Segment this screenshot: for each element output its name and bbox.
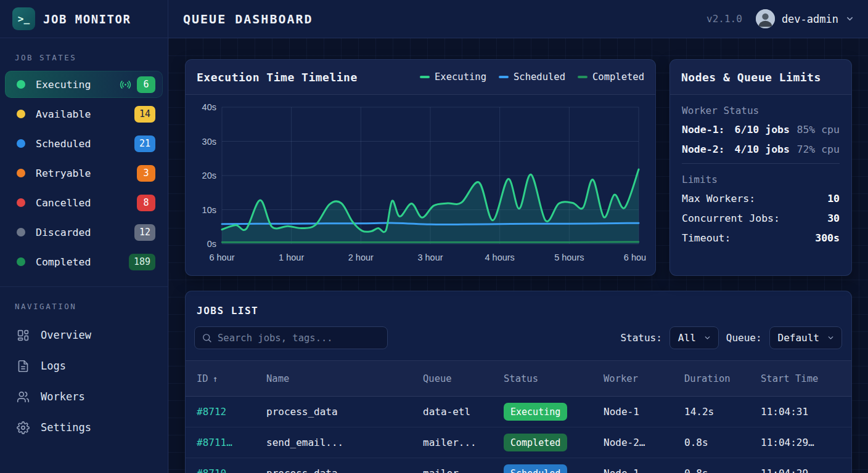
job-duration: 14.2s [684, 406, 761, 418]
nav-item-settings[interactable]: Settings [5, 412, 163, 443]
nodes-card-title: Nodes & Queue Limits [681, 71, 821, 84]
logs-icon [17, 360, 30, 373]
avatar [756, 9, 775, 28]
sidebar-state-discarded[interactable]: Discarded 12 [5, 219, 163, 246]
job-id-link[interactable]: #8712 [197, 406, 266, 418]
top-header: QUEUE DASHBOARD v2.1.0 dev-admin [168, 0, 868, 38]
state-count-badge: 8 [137, 195, 155, 211]
svg-text:6 hours: 6 hours [624, 253, 646, 262]
nav-item-overview[interactable]: Overview [5, 320, 163, 350]
jobs-table: ID ↑ Name Queue Status Worker Duration S… [186, 360, 851, 473]
job-queue: mailer [423, 467, 504, 473]
column-header-queue[interactable]: Queue [423, 373, 504, 384]
jobs-toolbar: Status: All Queue: Default [186, 326, 851, 349]
queue-filter-select[interactable]: Default [769, 326, 842, 349]
main-area: QUEUE DASHBOARD v2.1.0 dev-admin [168, 0, 868, 473]
svg-text:20s: 20s [202, 171, 216, 180]
search-input[interactable] [218, 333, 380, 344]
column-header-worker[interactable]: Worker [604, 373, 684, 384]
sidebar-state-retryable[interactable]: Retryable 3 [5, 160, 163, 187]
legend-dash [578, 76, 588, 78]
table-row[interactable]: #8710 process_data mailer Scheduled Node… [186, 458, 851, 473]
queue-filter-label: Queue: [726, 332, 762, 344]
job-start-time: 11:04:31 [761, 406, 851, 418]
page-title: QUEUE DASHBOARD [183, 12, 313, 26]
status-filter-select[interactable]: All [669, 326, 719, 349]
chevron-down-icon [845, 14, 854, 23]
status-badge: Scheduled [504, 464, 567, 473]
column-header-id[interactable]: ID ↑ [197, 373, 266, 384]
jobs-list-title: JOBS LIST [186, 305, 851, 317]
sidebar-state-available[interactable]: Available 14 [5, 100, 163, 127]
state-dot [17, 80, 25, 89]
limit-max-workers: Max Workers: 10 [682, 193, 840, 204]
nav-label: Logs [41, 360, 66, 372]
svg-text:30s: 30s [202, 137, 216, 147]
search-icon [202, 333, 212, 343]
column-header-duration[interactable]: Duration [684, 373, 761, 384]
nodes-card-header: Nodes & Queue Limits [670, 60, 851, 95]
svg-text:10s: 10s [202, 205, 216, 215]
state-label: Cancelled [36, 197, 91, 209]
jobs-list-card: JOBS LIST Status: All [185, 291, 852, 473]
legend-item-scheduled[interactable]: Scheduled [499, 71, 565, 83]
state-count-badge: 3 [137, 165, 155, 182]
user-menu[interactable]: dev-admin [756, 9, 854, 28]
state-label: Scheduled [36, 138, 91, 150]
svg-text:6 hour: 6 hour [209, 253, 234, 262]
svg-text:0s: 0s [207, 239, 216, 249]
table-row[interactable]: #8712 process_data data-etl Executing No… [186, 397, 851, 427]
svg-text:2 hour: 2 hour [348, 253, 374, 262]
app-root: >_ JOB MONITOR JOB STATES Executing 6 Av… [0, 0, 868, 473]
status-badge: Executing [504, 403, 567, 421]
legend-dash [499, 76, 509, 78]
overview-icon [17, 329, 30, 342]
svg-text:40s: 40s [202, 102, 216, 112]
job-worker: Node-2… [604, 437, 684, 448]
chevron-down-icon [703, 334, 711, 342]
job-states-list: Executing 6 Available 14 Scheduled 21 Re… [0, 71, 168, 278]
column-header-status[interactable]: Status [504, 373, 604, 384]
chart-legend: Executing Scheduled Completed [420, 71, 644, 83]
job-id-link[interactable]: #8710 [197, 467, 266, 473]
nav-item-logs[interactable]: Logs [5, 350, 163, 381]
table-row[interactable]: #8711… send_email... mailer... Completed… [186, 427, 851, 458]
state-label: Available [36, 108, 91, 120]
sidebar-state-completed[interactable]: Completed 189 [5, 248, 163, 275]
state-dot [17, 198, 25, 207]
status-badge: Completed [504, 434, 567, 451]
version-label: v2.1.0 [706, 13, 742, 25]
column-header-start-time[interactable]: Start Time [761, 373, 851, 384]
svg-text:1 hour: 1 hour [279, 253, 304, 262]
nav-item-workers[interactable]: Workers [5, 381, 163, 412]
sidebar-state-executing[interactable]: Executing 6 [5, 71, 163, 98]
timeline-chart: 0s10s20s30s40s6 hour1 hour2 hour3 hour4 … [186, 95, 655, 275]
navigation-list: Overview Logs Workers Settings [0, 320, 168, 443]
job-name: process_data [266, 406, 423, 418]
state-label: Discarded [36, 227, 91, 238]
nodes-limits-card: Nodes & Queue Limits Worker Status Node-… [669, 59, 852, 276]
app-title: JOB MONITOR [43, 12, 131, 26]
nav-label: Settings [41, 421, 91, 434]
state-count-badge: 12 [134, 224, 155, 241]
workers-icon [17, 390, 30, 403]
state-dot [17, 110, 25, 118]
legend-item-completed[interactable]: Completed [578, 71, 644, 83]
search-box[interactable] [194, 326, 388, 349]
job-id-link[interactable]: #8711… [197, 437, 266, 448]
job-name: send_email... [266, 437, 423, 448]
sidebar-state-cancelled[interactable]: Cancelled 8 [5, 189, 163, 216]
sidebar-state-scheduled[interactable]: Scheduled 21 [5, 130, 163, 157]
job-start-time: 11:04:29… [761, 437, 851, 448]
job-queue: data-etl [423, 406, 504, 418]
column-header-name[interactable]: Name [266, 373, 423, 384]
terminal-logo-icon: >_ [12, 7, 35, 30]
chevron-down-icon [827, 334, 835, 342]
job-worker: Node-1 [604, 406, 684, 418]
execution-timeline-card: Execution Time Timeline Executing Schedu… [185, 59, 656, 276]
state-label: Retryable [36, 168, 91, 179]
legend-item-executing[interactable]: Executing [420, 71, 486, 83]
sort-ascending-icon: ↑ [213, 374, 218, 384]
job-queue: mailer... [423, 437, 504, 448]
state-label: Executing [36, 79, 91, 91]
